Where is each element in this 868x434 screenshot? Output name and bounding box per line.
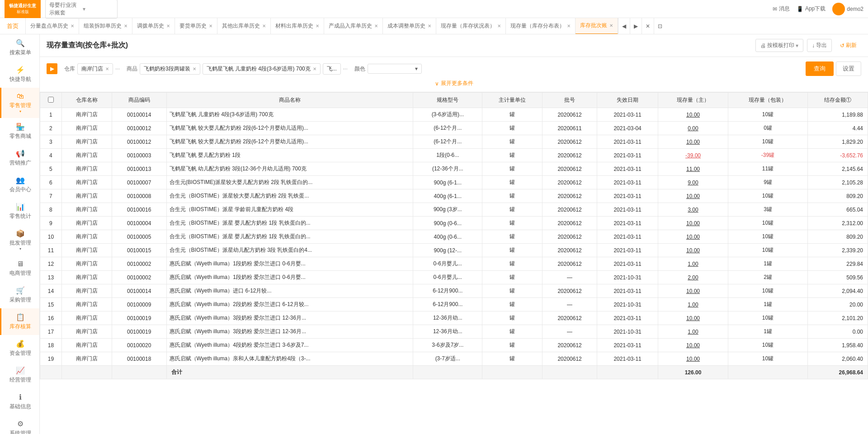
row-batch: 20200612 xyxy=(542,108,597,122)
row-qty-main[interactable]: 10.00 xyxy=(658,230,728,244)
tab-cailiao[interactable]: 材料出库单历史 ✕ xyxy=(271,18,324,34)
row-amount: 665.04 xyxy=(808,203,868,217)
tab-kucun-dist[interactable]: 现存量（库存分布表） ✕ xyxy=(506,18,576,34)
tab-qita[interactable]: 其他出库单历史 ✕ xyxy=(217,18,271,34)
row-unit: 罐 xyxy=(482,176,542,189)
tab-kucun-state[interactable]: 现存量（库存状况表） ✕ xyxy=(436,18,506,34)
sidebar-item-operations[interactable]: 📈 经营管理 xyxy=(0,362,39,388)
close-icon[interactable]: ✕ xyxy=(313,66,316,71)
template-print-button[interactable]: 🖨 按模板打印 ▾ xyxy=(755,39,803,52)
tab-diaobuo[interactable]: 调拨单历史 ✕ xyxy=(132,18,175,34)
row-qty-main[interactable]: 10.00 xyxy=(658,352,728,366)
row-qty-main[interactable]: 2.00 xyxy=(658,271,728,284)
row-code: 00100012 xyxy=(112,122,166,135)
tab-chanchenpin[interactable]: 产成品入库单历史 ✕ xyxy=(324,18,383,34)
warehouse-tag[interactable]: 南岸门店 ✕ xyxy=(77,63,113,75)
close-icon[interactable]: ✕ xyxy=(316,24,319,28)
tab-prev-button[interactable]: ◀ xyxy=(618,18,630,34)
color-select[interactable]: ▾ xyxy=(368,64,422,74)
company-selector[interactable]: 母婴行业演示账套 ▾ xyxy=(45,0,118,19)
sidebar-item-retail-stats[interactable]: 📊 零售统计 xyxy=(0,198,39,225)
sidebar-item-quicknav[interactable]: ⚡ 快捷导航 xyxy=(0,61,39,88)
sidebar-item-finance[interactable]: 💰 资金管理 xyxy=(0,335,39,362)
row-qty-main[interactable]: 0.00 xyxy=(658,122,728,135)
tab-yaohuo[interactable]: 要货单历史 ✕ xyxy=(175,18,217,34)
sidebar-item-basic-info[interactable]: ℹ 基础信息 xyxy=(0,388,39,415)
tab-fenliang[interactable]: 分量盘点单历史 ✕ xyxy=(26,18,79,34)
row-amount: 1,829.20 xyxy=(808,135,868,149)
tab-expand-button[interactable]: ⊡ xyxy=(654,18,666,34)
row-qty-main[interactable]: 10.00 xyxy=(658,311,728,325)
close-icon[interactable]: ✕ xyxy=(166,24,170,28)
row-qty-main[interactable]: 11.00 xyxy=(658,162,728,176)
goods-tag-2[interactable]: 飞鹤星飞帆 儿童奶粉 4段(3-6岁适用) 700克 ✕ xyxy=(203,63,321,75)
close-icon[interactable]: ✕ xyxy=(497,24,501,28)
select-all-checkbox[interactable] xyxy=(48,97,54,103)
tab-zuzhuang[interactable]: 组装拆卸单历史 ✕ xyxy=(79,18,132,34)
sidebar-item-wholesale[interactable]: 📦 批发管理 ▾ xyxy=(0,225,39,255)
close-icon[interactable]: ✕ xyxy=(71,24,74,28)
close-icon[interactable]: ✕ xyxy=(567,24,571,28)
sidebar-item-mall[interactable]: 🏪 零售商城 xyxy=(0,118,39,145)
expand-conditions-button[interactable]: ∨ 展开更多条件 xyxy=(47,80,861,87)
close-icon[interactable]: ✕ xyxy=(193,66,196,71)
app-download-button[interactable]: 📱 App下载 xyxy=(797,5,826,13)
refresh-button[interactable]: ↺ 刷新 xyxy=(835,39,861,52)
tab-kucun-batch[interactable]: 库存批次账 ✕ xyxy=(576,18,618,34)
query-button[interactable]: 查询 xyxy=(806,61,834,76)
row-spec: (3-7岁适... xyxy=(413,352,482,366)
sidebar-item-members[interactable]: 👥 会员中心 xyxy=(0,171,39,198)
table-row: 6 南岸门店 00100007 合生元(BIOSTIME)派星较大婴儿配方奶粉 … xyxy=(40,176,868,189)
row-qty-main[interactable]: 9.00 xyxy=(658,176,728,189)
goods-tag-3[interactable]: 飞... xyxy=(323,63,341,75)
row-qty-main[interactable]: 10.00 xyxy=(658,284,728,298)
row-qty-main[interactable]: 10.00 xyxy=(658,339,728,352)
row-batch: 20200612 xyxy=(542,311,597,325)
col-checkbox xyxy=(40,93,62,108)
row-spec: 6-12月900... xyxy=(413,284,482,298)
row-qty-main[interactable]: -39.00 xyxy=(658,149,728,162)
col-name: 商品名称 xyxy=(166,93,413,108)
row-qty-main[interactable]: 1.00 xyxy=(658,257,728,271)
close-icon[interactable]: ✕ xyxy=(374,24,378,28)
row-qty-main[interactable]: 1.00 xyxy=(658,325,728,339)
tab-close-button[interactable]: ✕ xyxy=(642,18,654,34)
close-icon[interactable]: ✕ xyxy=(609,23,613,28)
row-amount: -3,652.76 xyxy=(808,149,868,162)
row-amount: 2,060.40 xyxy=(808,352,868,366)
filter-expand-arrow[interactable]: ▶ xyxy=(47,63,57,74)
row-qty-main[interactable]: 10.00 xyxy=(658,244,728,257)
sidebar-item-search[interactable]: 🔍 搜索菜单 xyxy=(0,34,39,61)
sidebar-item-marketing[interactable]: 📢 营销推广 xyxy=(0,145,39,171)
close-icon[interactable]: ✕ xyxy=(105,66,109,71)
sidebar-item-ecommerce[interactable]: 🖥 电商管理 xyxy=(0,255,39,282)
setting-button[interactable]: 设置 xyxy=(836,61,861,76)
tab-home[interactable]: 首页 xyxy=(0,18,26,34)
user-avatar[interactable]: demo2 xyxy=(832,3,863,15)
close-icon[interactable]: ✕ xyxy=(209,24,212,28)
sidebar-item-inventory[interactable]: 📋 库存核算 xyxy=(0,308,39,335)
messages-button[interactable]: ✉ 消息 xyxy=(773,5,790,13)
sidebar-item-purchase[interactable]: 🛒 采购管理 xyxy=(0,282,39,308)
refresh-icon: ↺ xyxy=(840,42,844,49)
sidebar-item-retail-mgmt[interactable]: 🛍 零售管理 ▾ xyxy=(0,88,39,118)
row-qty-main[interactable]: 10.00 xyxy=(658,217,728,230)
sidebar-item-system[interactable]: ⚙ 系统管理 xyxy=(0,415,39,434)
row-amount: 1,189.88 xyxy=(808,108,868,122)
close-icon[interactable]: ✕ xyxy=(124,24,127,28)
row-qty-main[interactable]: 10.00 xyxy=(658,108,728,122)
row-qty-main[interactable]: 3.00 xyxy=(658,203,728,217)
export-button[interactable]: ↓ 导出 xyxy=(807,39,832,52)
table-row: 17 南岸门店 00100019 惠氏启赋（Wyeth illuma）3段奶粉 … xyxy=(40,325,868,339)
tab-next-button[interactable]: ▶ xyxy=(630,18,642,34)
tab-chengben[interactable]: 成本调整单历史 ✕ xyxy=(383,18,436,34)
more-options-icon[interactable]: ··· xyxy=(115,66,120,72)
table-row: 12 南岸门店 00100002 惠氏启赋（Wyeth illuma）1段奶粉 … xyxy=(40,257,868,271)
close-icon[interactable]: ✕ xyxy=(262,24,266,28)
close-icon[interactable]: ✕ xyxy=(428,24,431,28)
more-options-icon[interactable]: ··· xyxy=(343,66,348,72)
row-qty-main[interactable]: 10.00 xyxy=(658,135,728,149)
row-qty-main[interactable]: 1.00 xyxy=(658,298,728,311)
goods-tag-1[interactable]: 飞鹤奶粉3段两罐装 ✕ xyxy=(140,63,200,75)
row-qty-main[interactable]: 10.00 xyxy=(658,189,728,203)
